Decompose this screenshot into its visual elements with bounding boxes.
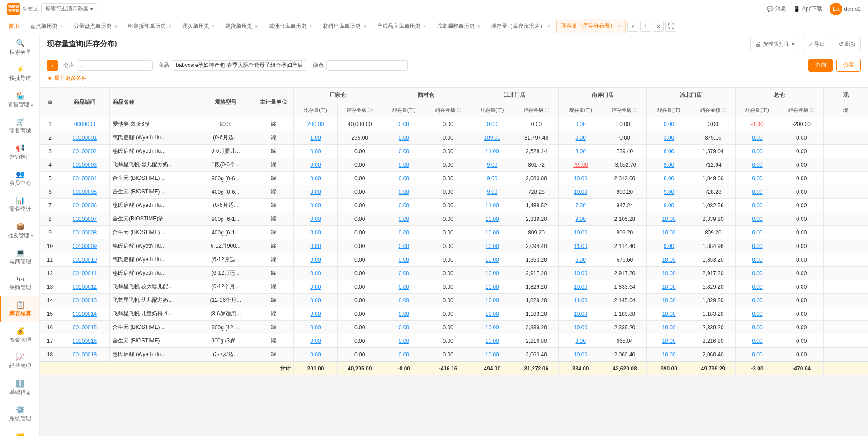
sidebar-item-basic[interactable]: ℹ️ 基础信息	[0, 375, 39, 401]
row-index: 11	[40, 253, 60, 267]
expand-filter-toggle[interactable]: ▼ 展开更多条件	[47, 75, 861, 82]
tab-1[interactable]: 盘点单历史 ×	[25, 19, 68, 33]
tab-6[interactable]: 其他出库单历史 ×	[264, 19, 317, 33]
sidebar-item-finance[interactable]: 💰 资金管理	[0, 322, 39, 348]
row-na-amount: 2,312.00	[603, 172, 647, 185]
row-na-stock: 7.00	[558, 199, 603, 212]
retail-icon: 🏪	[3, 91, 38, 100]
tab-8[interactable]: 产成品入库单历史 ×	[372, 19, 431, 33]
table-container: ⚙ 商品编码 商品名称 规格型号 主计量单位 厂家仓 陆村仓 江北门店 南岸门店…	[40, 87, 868, 436]
tab-3[interactable]: 组装拆卸单历史 ×	[123, 19, 176, 33]
export-button[interactable]: ↗ 导出	[803, 38, 830, 50]
goods-input[interactable]	[172, 60, 307, 71]
table-row: 8 00100007 合生元(BIOSTIME)浓... 900g (6-1..…	[40, 212, 868, 226]
row-extra	[824, 348, 868, 362]
sidebar-item-inventory[interactable]: 📋 库存核算	[0, 296, 39, 322]
tab-home[interactable]: 首页	[4, 19, 24, 33]
row-extra	[824, 321, 868, 334]
table-row: 10 00100009 惠氏启醒 (Wyeth illu... 6-12月900…	[40, 239, 868, 253]
sidebar-item-collab[interactable]: 🤝 企业协同	[0, 427, 39, 436]
th-jb-stock: 现存量(主)	[470, 103, 514, 117]
row-unit: 罐	[253, 294, 293, 307]
row-jb-stock: 10.00	[470, 334, 514, 348]
row-total-amount: 0.00	[779, 131, 824, 145]
row-yb-amount: 728.28	[691, 185, 735, 199]
tab-9[interactable]: 成本调整单历史 ×	[432, 19, 485, 33]
row-cy-stock: 0.00	[293, 226, 338, 239]
sidebar-item-purchase[interactable]: 🛍 采购管理	[0, 270, 39, 296]
row-cy-stock: 0.00	[293, 294, 338, 307]
tab-2[interactable]: 分量盘点单历史 ×	[69, 19, 122, 33]
row-unit: 罐	[253, 212, 293, 226]
query-button[interactable]: 查询	[808, 59, 833, 72]
tab-2-close[interactable]: ×	[114, 24, 117, 29]
tab-7[interactable]: 材料出库单历史 ×	[318, 19, 371, 33]
row-na-amount: 947.24	[603, 199, 647, 212]
sidebar-item-quicknav[interactable]: ⚡ 快捷导航	[0, 61, 39, 87]
tab-11-close[interactable]: ×	[618, 23, 621, 28]
tab-6-close[interactable]: ×	[309, 24, 312, 29]
print-button[interactable]: 🖨 按模版打印 ▾	[750, 38, 799, 50]
settings-gear[interactable]: ⚙	[47, 99, 52, 106]
tab-7-close[interactable]: ×	[363, 24, 366, 29]
row-name: 飞鹤星飞帆 幼儿配方奶...	[109, 294, 198, 307]
row-cy-stock: 0.00	[293, 212, 338, 226]
tab-10-close[interactable]: ×	[548, 24, 551, 29]
sidebar-item-member[interactable]: 👥 会员中心	[0, 165, 39, 192]
sidebar-item-system[interactable]: ⚙️ 系统管理	[0, 401, 39, 427]
row-cy-amount: 0.00	[338, 172, 382, 185]
sidebar-item-ecommerce[interactable]: 💻 电商管理	[0, 244, 39, 270]
tab-1-close[interactable]: ×	[60, 24, 63, 29]
sidebar-item-marketing[interactable]: 📢 营销推广	[0, 139, 39, 165]
industry-selector[interactable]: 母婴行业演示陈套 ▾	[41, 3, 97, 14]
avatar-initials: Ea	[833, 6, 840, 12]
settings-button[interactable]: 设置	[836, 59, 861, 72]
tab-5-close[interactable]: ×	[255, 24, 258, 29]
tab-9-close[interactable]: ×	[477, 24, 480, 29]
tab-prev-btn[interactable]: ‹	[627, 21, 638, 32]
row-jb-amount: 0.00	[514, 117, 559, 131]
tab-4[interactable]: 调拨单历史 ×	[177, 19, 220, 33]
row-index: 3	[40, 145, 60, 158]
sidebar-item-operation[interactable]: 📈 经营管理	[0, 348, 39, 375]
row-lc-amount: 0.00	[426, 199, 470, 212]
row-spec: 400g (6-1...	[198, 226, 253, 239]
tab-5[interactable]: 要货单历史 ×	[220, 19, 263, 33]
sidebar-wholesale-label: 批发管理	[8, 232, 29, 239]
sidebar-item-retailstat[interactable]: 📊 零售统计	[0, 192, 39, 218]
tab-expand-btn[interactable]: ⛶	[665, 21, 676, 32]
footer-lc-stock: -8.00	[382, 361, 426, 375]
row-yb-amount: 712.64	[691, 158, 735, 172]
tab-next-btn[interactable]: ›	[640, 21, 651, 32]
row-spec: (6-12月适...	[198, 267, 253, 280]
row-code: 00100018	[60, 348, 109, 362]
filter-toggle-btn[interactable]: ›	[47, 60, 58, 71]
tab-10[interactable]: 现存量（库存状况表） ×	[486, 19, 556, 33]
sidebar-search-label: 搜索英单	[9, 49, 31, 55]
row-lc-stock: 0.00	[382, 185, 426, 199]
sidebar-item-search[interactable]: 🔍 搜索英单	[0, 34, 39, 61]
tab-close-all-btn[interactable]: ×	[653, 21, 664, 32]
tab-4-close[interactable]: ×	[212, 24, 215, 29]
sidebar-item-retail[interactable]: 🏪 零售管理 ▴	[0, 87, 39, 113]
tab-8-close[interactable]: ×	[423, 24, 426, 29]
row-code: 00100010	[60, 253, 109, 267]
color-input[interactable]	[326, 60, 408, 71]
message-action[interactable]: 💬 消息	[767, 5, 786, 13]
row-unit: 罐	[253, 280, 293, 294]
refresh-button[interactable]: ↺ 刷新	[834, 38, 861, 50]
top-bar-left: 畅捷通好生意 标准版 母婴行业演示陈套 ▾	[7, 3, 97, 15]
th-code: 商品编码	[60, 88, 109, 117]
sidebar-item-mall[interactable]: 🛒 零售商城	[0, 113, 39, 139]
tab-3-close[interactable]: ×	[169, 24, 171, 29]
row-na-amount: 0.00	[603, 117, 647, 131]
color-filter: 颜色	[313, 60, 408, 71]
row-yb-amount: 2,339.20	[691, 321, 735, 334]
warehouse-input[interactable]	[77, 60, 153, 71]
tab-11[interactable]: 现存量（库存分布表） ×	[556, 19, 626, 33]
username: demo2	[844, 6, 861, 12]
sidebar-item-wholesale[interactable]: 📦 批发管理 ▾	[0, 218, 39, 244]
user-area[interactable]: Ea demo2	[830, 3, 861, 15]
row-na-stock: 11.00	[558, 294, 603, 307]
app-download-action[interactable]: 📱 App下载	[793, 5, 822, 13]
